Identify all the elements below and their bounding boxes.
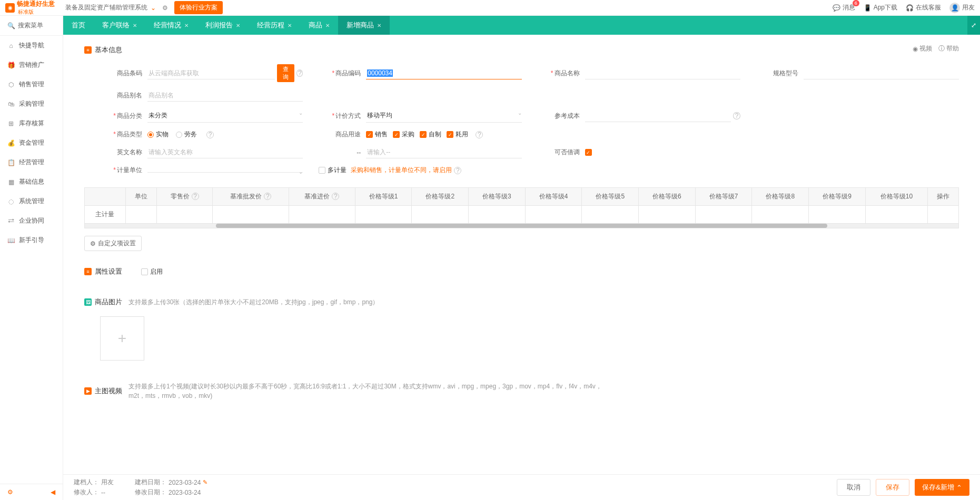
close-icon[interactable]: ✕: [288, 23, 292, 28]
tab-contact[interactable]: 客户联络✕: [94, 16, 145, 35]
help-icon[interactable]: ?: [296, 69, 303, 77]
table-scrollbar[interactable]: [85, 224, 959, 228]
help-icon[interactable]: ?: [733, 112, 740, 119]
en-name-input[interactable]: [147, 146, 303, 158]
checkbox-icon: [447, 131, 453, 138]
code-input[interactable]: 0000034: [366, 67, 521, 79]
close-icon[interactable]: ✕: [133, 23, 137, 28]
save-add-button[interactable]: 保存&新增 ⌃: [915, 479, 969, 496]
sidebar-item-basicinfo[interactable]: ▦基础信息: [0, 172, 63, 192]
tab-home[interactable]: 首页: [63, 16, 94, 35]
sidebar-item-inventory[interactable]: ⊞库存核算: [0, 114, 63, 133]
checkbox-self[interactable]: 自制: [420, 130, 441, 139]
video-help-link[interactable]: ◉ 视频: [913, 44, 932, 53]
checkbox-icon: [366, 131, 373, 138]
sidebar-item-sales[interactable]: ⬡销售管理: [0, 75, 63, 94]
sidebar-item-purchase[interactable]: 🛍采购管理: [0, 94, 63, 114]
sidebar-item-marketing[interactable]: 🎁营销推广: [0, 55, 63, 75]
sidebar-item-operation[interactable]: 📋经营管理: [0, 153, 63, 172]
help-icon[interactable]: ?: [264, 193, 271, 200]
close-icon[interactable]: ✕: [377, 23, 381, 28]
save-button[interactable]: 保存: [876, 479, 909, 496]
table-cell[interactable]: [865, 206, 927, 224]
sidebar-item-system[interactable]: ◌系统管理: [0, 192, 63, 211]
radio-physical[interactable]: 实物: [147, 130, 169, 139]
close-icon[interactable]: ✕: [184, 23, 189, 28]
spec-input[interactable]: [804, 67, 959, 79]
table-cell[interactable]: [639, 206, 696, 224]
table-cell[interactable]: [412, 206, 469, 224]
table-cell[interactable]: [156, 206, 213, 224]
help-link[interactable]: ⓘ 帮助: [938, 44, 959, 53]
tab-profit[interactable]: 利润报告✕: [197, 16, 249, 35]
sidebar-collapse-icon[interactable]: ◀: [51, 488, 55, 496]
table-header: 价格等级3: [469, 188, 526, 206]
sidebar-item-quicknav[interactable]: ⌂快捷导航: [0, 36, 63, 55]
tabs-expand-icon[interactable]: ⤢: [967, 16, 980, 35]
experience-button[interactable]: 体验行业方案: [174, 1, 223, 14]
alias-input[interactable]: [147, 89, 303, 102]
unit-select[interactable]: ⌄: [147, 168, 303, 173]
gear-icon[interactable]: ⚙: [162, 4, 168, 12]
checkbox-consume[interactable]: 耗用: [447, 130, 468, 139]
sidebar-settings-icon[interactable]: ⚙: [7, 488, 13, 496]
bag-icon: 🛍: [7, 101, 15, 108]
help-icon[interactable]: ?: [476, 131, 483, 138]
table-cell[interactable]: [695, 206, 752, 224]
borrow-checkbox[interactable]: [585, 149, 592, 156]
table-cell[interactable]: [525, 206, 582, 224]
help-icon[interactable]: ?: [454, 167, 461, 174]
tabs-bar: 首页 客户联络✕ 经营情况✕ 利润报告✕ 经营历程✕ 商品✕ 新增商品✕ ⤢: [63, 16, 980, 35]
name-input[interactable]: [585, 67, 740, 79]
section-icon: ≡: [84, 268, 92, 275]
app-download-link[interactable]: 📱 App下载: [864, 3, 897, 12]
checkbox-icon: [141, 268, 148, 275]
online-service-link[interactable]: 🎧 在线客服: [906, 3, 941, 12]
cancel-button[interactable]: 取消: [837, 479, 870, 496]
multi-unit-checkbox[interactable]: 多计量: [319, 166, 347, 175]
chevron-down-icon: ⌄: [299, 169, 303, 175]
help-icon[interactable]: ?: [332, 193, 339, 200]
table-cell[interactable]: [928, 206, 959, 224]
sidebar-search[interactable]: 🔍 搜索菜单: [0, 16, 63, 36]
table-cell[interactable]: [289, 206, 355, 224]
tab-product[interactable]: 商品✕: [300, 16, 338, 35]
close-icon[interactable]: ✕: [236, 23, 240, 28]
help-icon[interactable]: ?: [206, 131, 214, 138]
user-menu[interactable]: 👤 用友: [949, 3, 975, 13]
table-cell[interactable]: [125, 206, 156, 224]
radio-service[interactable]: 劳务: [176, 130, 197, 139]
messages-link[interactable]: 💬 消息 6: [833, 3, 855, 12]
table-header: 价格等级8: [752, 188, 809, 206]
table-cell[interactable]: [213, 206, 289, 224]
tab-situation[interactable]: 经营情况✕: [145, 16, 197, 35]
attr-enable-checkbox[interactable]: 启用: [141, 267, 163, 276]
close-icon[interactable]: ✕: [325, 23, 330, 28]
sidebar-item-guide[interactable]: 📖新手引导: [0, 231, 63, 250]
category-select[interactable]: 未分类⌄: [147, 109, 303, 123]
barcode-input[interactable]: [147, 67, 275, 79]
pricing-select[interactable]: 移动平均⌄: [366, 109, 521, 123]
tab-history[interactable]: 经营历程✕: [249, 16, 300, 35]
sidebar-item-collab[interactable]: ⮂企业协同: [0, 211, 63, 231]
tab-new-product[interactable]: 新增商品✕: [338, 16, 390, 35]
table-cell[interactable]: [809, 206, 866, 224]
checkbox-purchase[interactable]: 采购: [393, 130, 414, 139]
table-cell[interactable]: [752, 206, 809, 224]
sidebar-item-finance[interactable]: 💰资金管理: [0, 133, 63, 153]
query-button[interactable]: 查询: [277, 64, 295, 82]
table-cell[interactable]: [469, 206, 526, 224]
table-header: [85, 188, 126, 206]
system-select[interactable]: 装备及固定资产辅助管理系统 ⌄: [65, 3, 156, 12]
video-hint: 支持最多上传1个视频(建议时长30秒以内最多不高于60秒，宽高比16:9或者1:…: [128, 382, 602, 401]
checkbox-sale[interactable]: 销售: [366, 130, 388, 139]
edit-icon[interactable]: ✎: [203, 479, 207, 486]
dash-input[interactable]: [366, 146, 521, 158]
search-icon: 🔍: [7, 22, 15, 29]
custom-fields-button[interactable]: ⚙ 自定义项设置: [84, 236, 142, 251]
table-cell[interactable]: [355, 206, 412, 224]
image-upload-box[interactable]: +: [100, 316, 144, 361]
ref-cost-input[interactable]: [585, 110, 731, 122]
table-cell[interactable]: [582, 206, 639, 224]
help-icon[interactable]: ?: [192, 193, 199, 200]
